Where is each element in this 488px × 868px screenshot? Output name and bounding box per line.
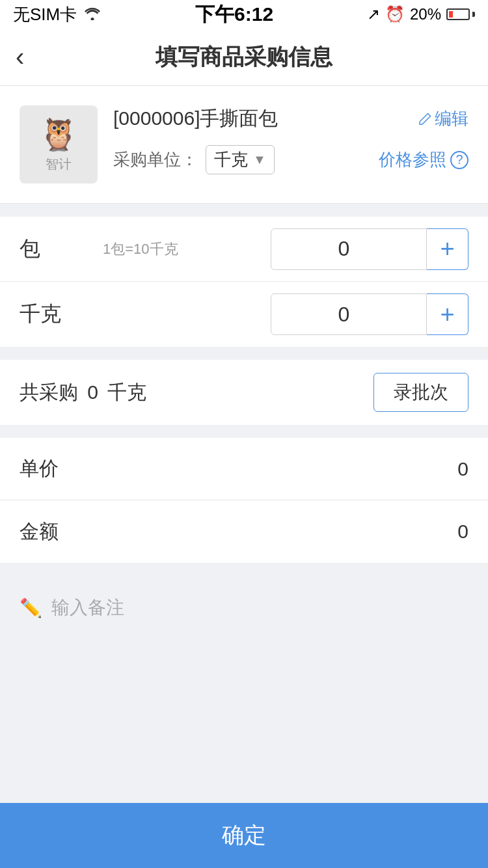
section-divider-2 <box>0 347 488 360</box>
total-unit: 千克 <box>107 381 146 403</box>
product-card: 🦉 智计 [0000006]手撕面包 编辑 采购单位： 千克 ▼ 价格参照 <box>0 86 488 204</box>
confirm-button[interactable]: 确定 <box>0 803 488 868</box>
back-button[interactable]: ‹ <box>16 42 24 72</box>
product-owl-icon: 🦉 <box>39 116 78 153</box>
status-right: ↗ ⏰ 20% <box>367 5 475 23</box>
content-spacer <box>0 640 488 822</box>
qty-input-wrap-bao: + <box>271 228 468 270</box>
unit-selector[interactable]: 千克 ▼ <box>206 145 275 174</box>
total-text: 共采购 0 千克 <box>20 379 146 406</box>
status-left: 无SIM卡 <box>13 3 102 26</box>
purchase-unit-row: 采购单位： 千克 ▼ 价格参照 ? <box>113 145 468 174</box>
wifi-icon <box>83 5 102 25</box>
battery-icon <box>446 8 475 20</box>
remark-placeholder: 输入备注 <box>51 595 124 620</box>
edit-button[interactable]: 编辑 <box>418 107 468 130</box>
status-bar: 无SIM卡 下午6:12 ↗ ⏰ 20% <box>0 0 488 29</box>
price-value-unit: 0 <box>457 458 468 480</box>
unit-value: 千克 <box>214 148 248 171</box>
unit-label-kg: 千克 <box>20 300 98 329</box>
price-ref-label: 价格参照 <box>379 148 446 171</box>
section-divider-3 <box>0 425 488 438</box>
carrier-text: 无SIM卡 <box>13 3 77 26</box>
purchase-unit-label: 采购单位： <box>113 148 198 171</box>
qty-plus-bao[interactable]: + <box>427 228 468 270</box>
price-ref-info-icon: ? <box>450 151 468 169</box>
price-row-unit: 单价 0 <box>0 438 488 500</box>
alarm-icon: ⏰ <box>385 5 405 23</box>
price-value-amount: 0 <box>457 521 468 543</box>
price-label-unit: 单价 <box>20 455 59 482</box>
total-prefix: 共采购 <box>20 381 78 403</box>
price-row-amount: 金额 0 <box>0 500 488 563</box>
product-info: [0000006]手撕面包 编辑 采购单位： 千克 ▼ 价格参照 ? <box>113 105 468 174</box>
qty-input-bao[interactable] <box>271 228 427 270</box>
qty-plus-kg[interactable]: + <box>427 293 468 335</box>
status-time: 下午6:12 <box>195 1 273 28</box>
remark-section[interactable]: ✏️ 输入备注 <box>0 576 488 640</box>
price-section: 单价 0 金额 0 <box>0 438 488 563</box>
unit-label-bao: 包 <box>20 235 98 264</box>
total-row: 共采购 0 千克 录批次 <box>0 360 488 425</box>
product-name-row: [0000006]手撕面包 编辑 <box>113 105 468 132</box>
price-ref-button[interactable]: 价格参照 ? <box>379 148 468 171</box>
quantity-row-bao: 包 1包=10千克 + <box>0 217 488 282</box>
batch-button[interactable]: 录批次 <box>373 373 468 412</box>
location-icon: ↗ <box>367 5 380 23</box>
unit-sub-bao: 1包=10千克 <box>103 239 271 259</box>
price-label-amount: 金额 <box>20 519 59 545</box>
section-divider-4 <box>0 563 488 576</box>
pencil-icon: ✏️ <box>20 597 42 619</box>
product-image-label: 智计 <box>46 156 72 173</box>
product-name: [0000006]手撕面包 <box>113 105 278 132</box>
qty-input-kg[interactable] <box>271 293 427 335</box>
page-title: 填写商品采购信息 <box>156 42 332 72</box>
battery-percent: 20% <box>410 5 441 23</box>
unit-arrow-icon: ▼ <box>253 152 266 167</box>
section-divider-1 <box>0 204 488 217</box>
product-image: 🦉 智计 <box>20 105 98 183</box>
nav-bar: ‹ 填写商品采购信息 <box>0 29 488 86</box>
quantity-section: 包 1包=10千克 + 千克 + <box>0 217 488 347</box>
total-value: 0 <box>87 381 98 403</box>
qty-input-wrap-kg: + <box>271 293 468 335</box>
quantity-row-kg: 千克 + <box>0 282 488 347</box>
edit-label: 编辑 <box>435 107 468 130</box>
